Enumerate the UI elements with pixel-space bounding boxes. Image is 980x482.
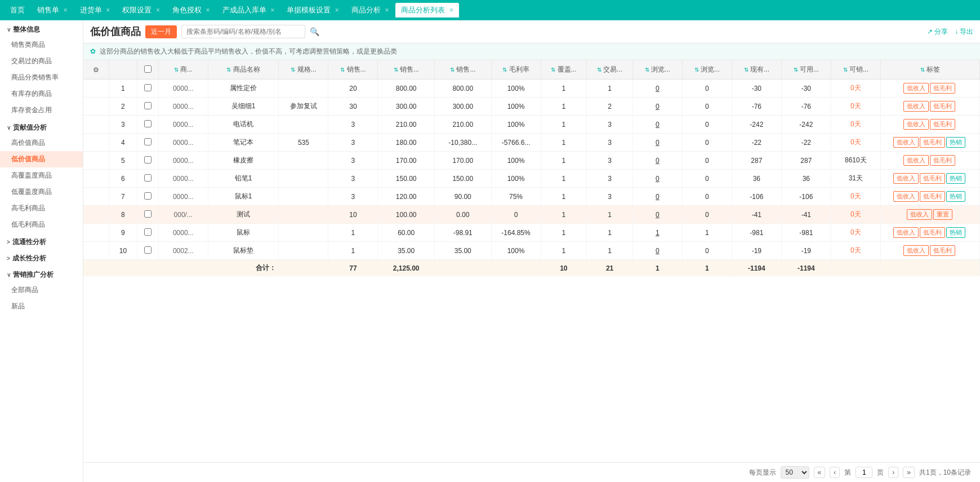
sidebar-group-growth[interactable]: > 成长性分析: [0, 249, 83, 266]
col-sellable-header[interactable]: ⇅ 可销...: [831, 60, 880, 79]
browse-link[interactable]: 0: [656, 103, 660, 110]
search-icon[interactable]: 🔍: [310, 27, 319, 36]
sidebar-group-contribution[interactable]: ∨ 贡献值分析: [0, 118, 83, 135]
sidebar-item-low-profit[interactable]: 低毛利商品: [0, 216, 83, 233]
cell-browse1[interactable]: 0: [632, 79, 682, 98]
cell-check[interactable]: [137, 98, 159, 116]
next-page-btn[interactable]: ›: [888, 467, 898, 478]
col-gross-header[interactable]: ⇅ 毛利率: [491, 60, 541, 79]
col-spec-header[interactable]: ⇅ 规格...: [279, 60, 328, 79]
nav-purchase[interactable]: 进货单 ×: [74, 3, 116, 17]
cell-check[interactable]: [137, 170, 159, 188]
select-all-checkbox[interactable]: [144, 65, 152, 73]
col-browse2-header[interactable]: ⇅ 浏览...: [682, 60, 732, 79]
sidebar-item-has-stock[interactable]: 有库存的商品: [0, 86, 83, 102]
cell-browse1[interactable]: 0: [632, 98, 682, 116]
browse-link[interactable]: 0: [656, 85, 660, 92]
browse-link[interactable]: 0: [656, 121, 660, 129]
cell-check[interactable]: [137, 134, 159, 152]
col-sale-amount-header[interactable]: ⇅ 销售...: [434, 60, 491, 79]
cell-check[interactable]: [137, 116, 159, 134]
nav-permission[interactable]: 权限设置 ×: [117, 3, 166, 17]
col-tags-header[interactable]: ⇅ 标签: [880, 60, 979, 79]
sidebar-item-low-value[interactable]: 低价值商品: [0, 151, 83, 167]
cell-check[interactable]: [137, 206, 159, 224]
sidebar-item-high-value[interactable]: 高价值商品: [0, 135, 83, 151]
sidebar-group-circulation[interactable]: > 流通性分析: [0, 233, 83, 249]
sidebar-item-high-profit[interactable]: 高毛利商品: [0, 200, 83, 216]
sidebar-item-sales-goods[interactable]: 销售类商品: [0, 37, 83, 53]
first-page-btn[interactable]: «: [814, 467, 826, 478]
last-page-btn[interactable]: »: [903, 467, 915, 478]
col-stock-avail-header[interactable]: ⇅ 可用...: [781, 60, 831, 79]
page-num-input[interactable]: [856, 467, 872, 478]
col-name-header[interactable]: ⇅ 商品名称: [208, 60, 279, 79]
col-stock-cur-header[interactable]: ⇅ 现有...: [732, 60, 781, 79]
browse-link[interactable]: 0: [656, 175, 660, 183]
row-checkbox[interactable]: [144, 156, 152, 163]
tag-badge: 低收入: [903, 245, 929, 256]
cell-browse1[interactable]: 0: [632, 134, 682, 152]
row-checkbox[interactable]: [144, 228, 152, 236]
sidebar-group-marketing[interactable]: ∨ 营销推广分析: [0, 266, 83, 282]
browse-link[interactable]: 0: [656, 139, 660, 147]
cell-browse1[interactable]: 0: [632, 242, 682, 260]
filter-button[interactable]: 近一月: [145, 25, 177, 38]
col-browse1-header[interactable]: ⇅ 浏览...: [632, 60, 682, 79]
browse-link[interactable]: 0: [656, 211, 660, 219]
row-checkbox[interactable]: [144, 84, 152, 91]
search-input[interactable]: [181, 25, 305, 38]
cell-browse1[interactable]: 0: [632, 170, 682, 188]
browse-link[interactable]: 0: [656, 193, 660, 201]
sidebar-item-stock-fund[interactable]: 库存资金占用: [0, 102, 83, 118]
col-trade-header[interactable]: ⇅ 交易...: [587, 60, 633, 79]
nav-template[interactable]: 单据模板设置 ×: [281, 3, 345, 17]
cell-browse1[interactable]: 0: [632, 188, 682, 206]
cell-check[interactable]: [137, 188, 159, 206]
row-checkbox[interactable]: [144, 210, 152, 218]
sidebar-item-low-coverage[interactable]: 低覆盖度商品: [0, 184, 83, 200]
sidebar-item-high-coverage[interactable]: 高覆盖度商品: [0, 167, 83, 184]
row-checkbox[interactable]: [144, 120, 152, 127]
col-code-header[interactable]: ⇅ 商...: [158, 60, 208, 79]
table-wrapper[interactable]: ⚙ ⇅ 商... ⇅ 商品名称 ⇅ 规格... ⇅ 销售... ⇅ 销售... …: [83, 60, 980, 462]
sidebar-item-category-rate[interactable]: 商品分类销售率: [0, 69, 83, 86]
cell-coverage: 1: [541, 188, 587, 206]
browse-link[interactable]: 0: [656, 157, 660, 165]
nav-role[interactable]: 角色授权 ×: [167, 3, 216, 17]
nav-product-in[interactable]: 产成品入库单 ×: [217, 3, 280, 17]
col-settings-header[interactable]: ⚙: [83, 60, 109, 79]
row-checkbox[interactable]: [144, 138, 152, 145]
row-checkbox[interactable]: [144, 102, 152, 109]
share-button[interactable]: ↗ 分享: [927, 27, 948, 37]
row-checkbox[interactable]: [144, 174, 152, 182]
prev-page-btn[interactable]: ‹: [830, 467, 840, 478]
cell-browse1[interactable]: 0: [632, 152, 682, 170]
page-size-select[interactable]: 50 100 200: [781, 466, 809, 479]
col-sale-qty-header[interactable]: ⇅ 销售...: [328, 60, 378, 79]
nav-goods-list[interactable]: 商品分析列表 ×: [395, 3, 459, 17]
browse-link[interactable]: 1: [656, 229, 660, 237]
cell-browse1[interactable]: 0: [632, 116, 682, 134]
col-check-header[interactable]: [137, 60, 159, 79]
sidebar-item-all-goods[interactable]: 全部商品: [0, 282, 83, 298]
nav-home[interactable]: 首页: [5, 3, 30, 17]
cell-check[interactable]: [137, 242, 159, 260]
cell-check[interactable]: [137, 79, 159, 98]
sidebar-group-overall[interactable]: ∨ 整体信息: [0, 20, 83, 37]
browse-link[interactable]: 0: [656, 247, 660, 255]
sidebar-item-new-goods[interactable]: 新品: [0, 298, 83, 315]
sidebar-item-traded[interactable]: 交易过的商品: [0, 53, 83, 69]
cell-check[interactable]: [137, 224, 159, 242]
export-button[interactable]: ↓ 导出: [955, 27, 973, 37]
nav-sales[interactable]: 销售单 ×: [32, 3, 73, 17]
nav-goods-analysis[interactable]: 商品分析 ×: [346, 3, 395, 17]
cell-browse1[interactable]: 1: [632, 224, 682, 242]
col-sale-price-header[interactable]: ⇅ 销售...: [378, 60, 435, 79]
cell-browse1[interactable]: 0: [632, 206, 682, 224]
col-coverage-header[interactable]: ⇅ 覆盖...: [541, 60, 587, 79]
row-checkbox[interactable]: [144, 192, 152, 200]
cell-check[interactable]: [137, 152, 159, 170]
row-checkbox[interactable]: [144, 246, 152, 254]
cell-trade: 1: [587, 79, 633, 98]
